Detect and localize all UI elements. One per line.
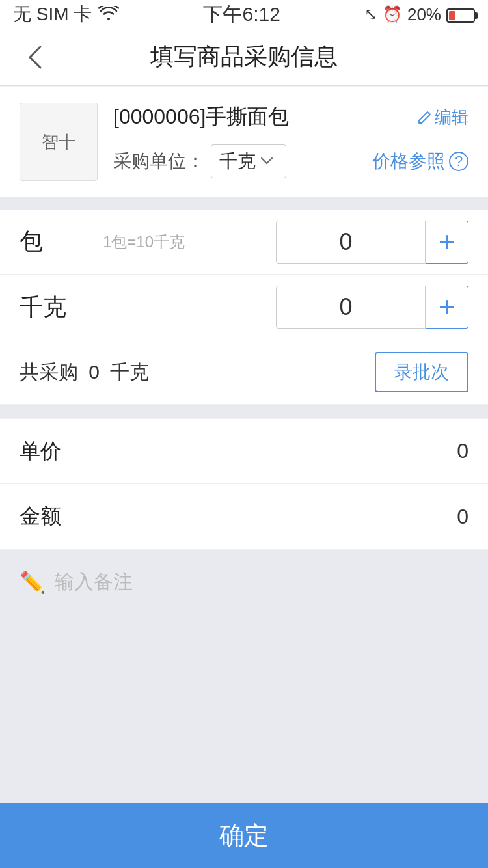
wifi-icon [98,4,119,25]
edit-button[interactable]: 编辑 [418,106,468,129]
summary-text: 共采购 0 千克 [20,359,149,386]
price-section: 单价 0 金额 0 [0,419,488,549]
battery-icon [446,5,475,25]
product-card: 智十 [0000006]手撕面包 编辑 采购单位： 千克 [0,87,488,197]
divider-top [0,197,488,210]
amount-value: 0 [457,505,468,529]
nav-bar: 填写商品采购信息 [0,29,488,86]
bag-sublabel: 1包=10千克 [103,232,185,252]
kg-plus-button[interactable]: + [426,286,468,329]
confirm-button[interactable]: 确定 [0,803,488,868]
kg-row: 千克 + [0,275,488,340]
unit-price-label: 单价 [20,437,61,466]
page-title: 填写商品采购信息 [150,41,338,73]
help-icon: ? [449,152,468,171]
status-time: 下午6:12 [203,1,280,28]
bag-label: 包 [20,226,98,258]
unit-price-value: 0 [457,439,468,463]
confirm-label: 确定 [219,819,269,852]
batch-button[interactable]: 录批次 [375,352,468,392]
back-button[interactable] [16,38,55,77]
input-section: 包 1包=10千克 + 千克 + [0,210,488,340]
divider-middle [0,405,488,418]
amount-row: 金额 0 [0,484,488,549]
kg-label: 千克 [20,292,98,323]
summary-value: 0 [88,361,100,383]
amount-label: 金额 [20,502,61,531]
summary-row: 共采购 0 千克 录批次 [0,340,488,405]
unit-select[interactable]: 千克 [211,144,286,178]
status-right: ⤡ ⏰ 20% [364,5,475,25]
unit-label: 采购单位： [113,149,204,174]
note-placeholder: 输入备注 [55,569,133,595]
bag-plus-button[interactable]: + [426,221,468,264]
price-reference-button[interactable]: 价格参照 ? [372,149,468,174]
kg-quantity-input[interactable] [276,286,426,329]
battery-text: 20% [407,5,441,25]
pencil-icon: ✏️ [20,570,46,595]
product-logo: 智十 [42,131,75,154]
kg-input-control: + [276,286,468,329]
status-bar: 无 SIM 卡 下午6:12 ⤡ ⏰ 20% [0,0,488,29]
content-filler [0,614,488,822]
bag-input-control: + [276,221,468,264]
unit-price-row: 单价 0 [0,419,488,484]
status-left: 无 SIM 卡 [13,2,119,27]
bag-quantity-input[interactable] [276,221,426,264]
location-icon: ⤡ [364,5,377,23]
product-name: [0000006]手撕面包 [113,103,289,131]
bag-row: 包 1包=10千克 + [0,210,488,275]
sim-label: 无 SIM 卡 [13,2,92,27]
product-info: [0000006]手撕面包 编辑 采购单位： 千克 价格参照 [113,103,468,178]
product-thumbnail: 智十 [20,103,98,181]
alarm-icon: ⏰ [383,5,402,23]
note-section[interactable]: ✏️ 输入备注 [0,550,488,614]
